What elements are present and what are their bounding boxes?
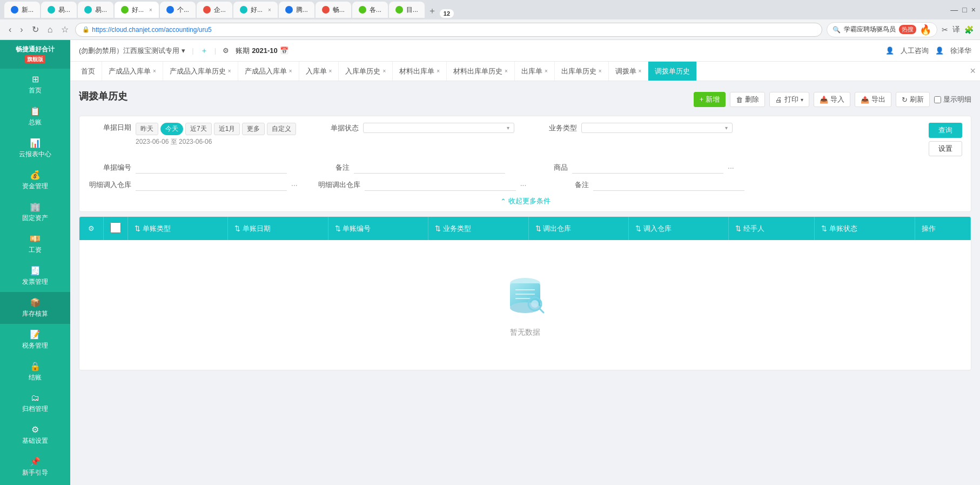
tab-nav-close-out-order[interactable]: × bbox=[545, 68, 548, 74]
sidebar-item-archive[interactable]: 🗂 归档管理 bbox=[0, 388, 70, 419]
tab-nav-close-product-in-history[interactable]: × bbox=[228, 68, 231, 74]
tab-nav-close-in-order[interactable]: × bbox=[329, 68, 332, 74]
th-handler-sort-icon[interactable]: ⇅ bbox=[735, 224, 741, 232]
delete-button[interactable]: 🗑 删除 bbox=[730, 92, 765, 107]
tab-nav-home[interactable]: 首页 bbox=[75, 62, 102, 81]
custom-btn[interactable]: 自定义 bbox=[267, 123, 296, 135]
sidebar-item-closing[interactable]: 🔒 结账 bbox=[0, 356, 70, 388]
select-all-checkbox[interactable] bbox=[110, 222, 121, 233]
detail-in-input[interactable] bbox=[136, 179, 287, 191]
th-type-sort-icon[interactable]: ⇅ bbox=[135, 224, 140, 232]
tab-nav-close-transfer[interactable]: × bbox=[639, 68, 642, 74]
browser-tab-8[interactable]: 腾... bbox=[279, 2, 314, 18]
display-checkbox[interactable] bbox=[934, 96, 941, 103]
refresh-button[interactable]: ↻ 刷新 bbox=[896, 92, 930, 107]
browser-tab-5[interactable]: 个... bbox=[160, 2, 196, 18]
tab-nav-product-in[interactable]: 产成品入库单 × bbox=[102, 62, 163, 81]
maximize-icon[interactable]: □ bbox=[962, 5, 966, 14]
sidebar-item-invoice[interactable]: 🧾 发票管理 bbox=[0, 260, 70, 292]
tab-nav-out-history[interactable]: 出库单历史 × bbox=[555, 62, 609, 81]
back-button[interactable]: ‹ bbox=[6, 24, 14, 36]
browser-tab-2[interactable]: 易... bbox=[41, 2, 77, 18]
new-button[interactable]: + 新增 bbox=[694, 92, 726, 107]
period-selector[interactable]: 账期 2021-10 📅 bbox=[236, 46, 288, 56]
browser-tab-11[interactable]: 目... bbox=[389, 2, 425, 18]
status-select[interactable]: ▾ bbox=[363, 123, 514, 133]
note-input[interactable] bbox=[593, 179, 744, 191]
tab-nav-transfer-history[interactable]: 调拨单历史 bbox=[648, 62, 697, 81]
more-btn[interactable]: 更多 bbox=[242, 123, 265, 135]
tab-nav-product-in-history[interactable]: 产成品入库单历史 × bbox=[163, 62, 238, 81]
minimize-icon[interactable]: — bbox=[950, 5, 958, 14]
home-nav-button[interactable]: ⌂ bbox=[45, 24, 55, 36]
address-bar[interactable]: 🔒 https://cloud.chanjet.com/accounting/u… bbox=[75, 23, 822, 37]
search-bar[interactable]: 🔍 学霸应聘场驱鸟员 热搜 🔥 bbox=[827, 22, 937, 37]
browser-tab-3[interactable]: 易... bbox=[78, 2, 113, 18]
tab-nav-out-order[interactable]: 出库单 × bbox=[515, 62, 555, 81]
month-btn[interactable]: 近1月 bbox=[214, 123, 240, 135]
tab-nav-transfer[interactable]: 调拨单 × bbox=[609, 62, 649, 81]
query-button[interactable]: 查询 bbox=[929, 123, 962, 138]
tab-close-4[interactable]: × bbox=[149, 7, 152, 13]
type-select[interactable]: ▾ bbox=[581, 123, 733, 133]
tab-nav-close-product-in[interactable]: × bbox=[153, 68, 156, 74]
sidebar-item-finance[interactable]: 💰 资金管理 bbox=[0, 164, 70, 196]
sidebar-item-member[interactable]: ✓ 畅会员 bbox=[0, 483, 70, 485]
goods-input[interactable] bbox=[572, 162, 723, 174]
th-out-sort-icon[interactable]: ⇅ bbox=[535, 224, 541, 232]
close-icon[interactable]: × bbox=[971, 5, 976, 14]
tab-nav-close-in-history[interactable]: × bbox=[382, 68, 386, 74]
sidebar-item-reports[interactable]: 📊 云报表中心 bbox=[0, 132, 70, 164]
remark-input[interactable] bbox=[354, 162, 505, 174]
consult-label[interactable]: 人工咨询 bbox=[901, 46, 929, 56]
refresh-nav-button[interactable]: ↻ bbox=[30, 23, 41, 36]
tab-nav-close-product-in2[interactable]: × bbox=[289, 68, 292, 74]
browser-tab-1[interactable]: 新... bbox=[4, 2, 40, 18]
print-button[interactable]: 🖨 打印 ▾ bbox=[769, 92, 809, 107]
add-company-button[interactable]: ＋ bbox=[200, 46, 208, 56]
company-selector[interactable]: (勿删勿禁用）江西服宝测试专用 ▾ bbox=[79, 46, 185, 56]
sidebar-item-tax[interactable]: 📝 税务管理 bbox=[0, 324, 70, 356]
th-check[interactable] bbox=[104, 217, 128, 240]
browser-tab-4[interactable]: 好... × bbox=[115, 2, 159, 18]
tab-nav-material-out[interactable]: 材料出库单 × bbox=[393, 62, 447, 81]
tab-nav-close-material-out[interactable]: × bbox=[437, 68, 440, 74]
tab-nav-in-order[interactable]: 入库单 × bbox=[299, 62, 339, 81]
forward-button[interactable]: › bbox=[18, 24, 25, 36]
sidebar-item-basic[interactable]: ⚙ 基础设置 bbox=[0, 419, 70, 451]
number-input[interactable] bbox=[136, 162, 287, 174]
th-date-sort-icon[interactable]: ⇅ bbox=[234, 224, 240, 232]
sidebar-item-stock[interactable]: 📦 库存核算 bbox=[0, 292, 70, 324]
sidebar-item-guide[interactable]: 📌 新手引导 bbox=[0, 451, 70, 483]
browser-tab-7[interactable]: 好... × bbox=[233, 2, 278, 18]
browser-tab-10[interactable]: 各... bbox=[352, 2, 388, 18]
th-gear[interactable]: ⚙ bbox=[79, 217, 104, 240]
bookmark-button[interactable]: ☆ bbox=[59, 23, 71, 36]
detail-out-input[interactable] bbox=[365, 179, 516, 191]
tab-nav-in-history[interactable]: 入库单历史 × bbox=[339, 62, 393, 81]
sidebar-item-ledger[interactable]: 📋 总账 bbox=[0, 101, 70, 132]
week-btn[interactable]: 近7天 bbox=[185, 123, 212, 135]
goods-more-dots[interactable]: ··· bbox=[728, 163, 734, 172]
import-button[interactable]: 📥 导入 bbox=[814, 92, 850, 107]
tab-nav-close-out-history[interactable]: × bbox=[599, 68, 602, 74]
filter-settings-button[interactable]: 设置 bbox=[929, 141, 962, 156]
export-button[interactable]: 📤 导出 bbox=[855, 92, 891, 107]
today-btn[interactable]: 今天 bbox=[160, 123, 183, 135]
sidebar-item-salary[interactable]: 💴 工资 bbox=[0, 228, 70, 260]
th-number-sort-icon[interactable]: ⇅ bbox=[335, 224, 341, 232]
browser-tab-9[interactable]: 畅... bbox=[316, 2, 351, 18]
yesterday-btn[interactable]: 昨天 bbox=[136, 123, 158, 135]
tab-nav-close-material-out-history[interactable]: × bbox=[505, 68, 508, 74]
tab-close-7[interactable]: × bbox=[268, 7, 271, 13]
th-status-sort-icon[interactable]: ⇅ bbox=[821, 224, 827, 232]
th-biz-sort-icon[interactable]: ⇅ bbox=[435, 224, 441, 232]
sidebar-item-home[interactable]: ⊞ 首页 bbox=[0, 69, 70, 101]
tab-nav-product-in2[interactable]: 产成品入库单 × bbox=[238, 62, 299, 81]
settings-button[interactable]: ⚙ bbox=[223, 46, 229, 55]
tab-nav-material-out-history[interactable]: 材料出库单历史 × bbox=[447, 62, 515, 81]
tab-close-all-icon[interactable]: × bbox=[970, 65, 976, 77]
th-in-sort-icon[interactable]: ⇅ bbox=[635, 224, 641, 232]
gear-settings-icon[interactable]: ⚙ bbox=[86, 223, 97, 234]
detail-in-dots[interactable]: ··· bbox=[291, 181, 298, 189]
